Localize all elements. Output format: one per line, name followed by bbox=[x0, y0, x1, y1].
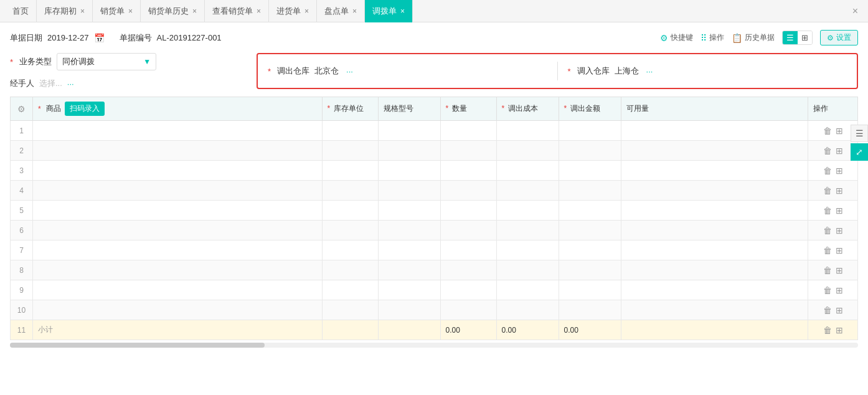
grid-view-button[interactable]: ⊞ bbox=[798, 31, 812, 44]
product-cell[interactable] bbox=[33, 161, 323, 181]
amount-cell[interactable] bbox=[559, 260, 621, 280]
qty-cell[interactable] bbox=[440, 300, 496, 320]
close-all-tabs-button[interactable]: × bbox=[847, 6, 863, 17]
cost-cell[interactable] bbox=[496, 181, 559, 201]
delete-icon[interactable]: 🗑 bbox=[823, 226, 832, 236]
delete-icon[interactable]: 🗑 bbox=[823, 325, 832, 335]
unit-cell[interactable] bbox=[322, 300, 378, 320]
qty-cell[interactable] bbox=[440, 240, 496, 260]
spec-cell[interactable] bbox=[378, 260, 440, 280]
cost-cell[interactable] bbox=[496, 260, 559, 280]
delete-icon[interactable]: 🗑 bbox=[823, 245, 832, 255]
amount-cell[interactable] bbox=[559, 280, 621, 300]
qty-cell[interactable] bbox=[440, 141, 496, 161]
unit-cell[interactable] bbox=[322, 141, 378, 161]
spec-cell[interactable] bbox=[378, 201, 440, 221]
copy-icon[interactable]: ⊞ bbox=[836, 226, 843, 236]
available-cell[interactable] bbox=[621, 121, 808, 141]
cost-cell[interactable] bbox=[496, 280, 559, 300]
amount-cell[interactable] bbox=[559, 181, 621, 201]
unit-cell[interactable] bbox=[322, 260, 378, 280]
amount-cell[interactable] bbox=[559, 300, 621, 320]
qty-cell[interactable] bbox=[440, 121, 496, 141]
available-cell[interactable] bbox=[621, 201, 808, 221]
cost-cell[interactable] bbox=[496, 221, 559, 240]
amount-cell[interactable] bbox=[559, 161, 621, 181]
unit-cell[interactable] bbox=[322, 161, 378, 181]
spec-cell[interactable] bbox=[378, 240, 440, 260]
available-cell[interactable] bbox=[621, 181, 808, 201]
close-sales-order-icon[interactable]: × bbox=[128, 7, 133, 16]
cost-cell[interactable] bbox=[496, 300, 559, 320]
delete-icon[interactable]: 🗑 bbox=[823, 186, 832, 196]
business-type-select[interactable]: 同价调拨 ▼ bbox=[57, 53, 247, 70]
product-cell[interactable] bbox=[33, 221, 323, 240]
qty-cell[interactable] bbox=[440, 161, 496, 181]
delete-icon[interactable]: 🗑 bbox=[823, 126, 832, 136]
qty-cell[interactable] bbox=[440, 181, 496, 201]
product-cell[interactable] bbox=[33, 240, 323, 260]
amount-cell[interactable] bbox=[559, 201, 621, 221]
cost-cell[interactable] bbox=[496, 161, 559, 181]
tab-inventory-count[interactable]: 盘点单 × bbox=[317, 0, 365, 22]
delete-icon[interactable]: 🗑 bbox=[823, 206, 832, 216]
available-cell[interactable] bbox=[621, 280, 808, 300]
qty-cell[interactable] bbox=[440, 201, 496, 221]
delete-icon[interactable]: 🗑 bbox=[823, 285, 832, 295]
th-settings[interactable]: ⚙ bbox=[11, 97, 33, 121]
product-cell[interactable] bbox=[33, 260, 323, 280]
copy-icon[interactable]: ⊞ bbox=[836, 166, 843, 176]
close-transfer-order-icon[interactable]: × bbox=[400, 7, 405, 16]
tab-purchase-order[interactable]: 进货单 × bbox=[269, 0, 317, 22]
tab-transfer-order[interactable]: 调拨单 × bbox=[365, 0, 413, 22]
copy-icon[interactable]: ⊞ bbox=[836, 146, 843, 156]
table-settings-icon[interactable]: ⚙ bbox=[17, 104, 26, 114]
delete-icon[interactable]: 🗑 bbox=[823, 146, 832, 156]
delete-icon[interactable]: 🗑 bbox=[823, 265, 832, 275]
copy-icon[interactable]: ⊞ bbox=[836, 265, 843, 275]
product-cell[interactable] bbox=[33, 201, 323, 221]
business-type-dropdown[interactable]: 同价调拨 ▼ bbox=[57, 53, 156, 70]
available-cell[interactable] bbox=[621, 240, 808, 260]
delete-icon[interactable]: 🗑 bbox=[823, 305, 832, 315]
settings-button[interactable]: ⚙ 设置 bbox=[820, 30, 858, 45]
tab-view-sales[interactable]: 查看销货单 × bbox=[205, 0, 269, 22]
copy-icon[interactable]: ⊞ bbox=[836, 325, 843, 335]
available-cell[interactable] bbox=[621, 300, 808, 320]
scan-input-button[interactable]: 扫码录入 bbox=[65, 102, 105, 116]
available-cell[interactable] bbox=[621, 141, 808, 161]
scrollbar-thumb[interactable] bbox=[10, 343, 265, 348]
copy-icon[interactable]: ⊞ bbox=[836, 245, 843, 255]
amount-cell[interactable] bbox=[559, 121, 621, 141]
spec-cell[interactable] bbox=[378, 181, 440, 201]
product-cell[interactable] bbox=[33, 280, 323, 300]
product-cell[interactable] bbox=[33, 300, 323, 320]
product-cell[interactable] bbox=[33, 141, 323, 161]
unit-cell[interactable] bbox=[322, 181, 378, 201]
spec-cell[interactable] bbox=[378, 221, 440, 240]
qty-cell[interactable] bbox=[440, 260, 496, 280]
unit-cell[interactable] bbox=[322, 240, 378, 260]
list-view-button[interactable]: ☰ bbox=[783, 31, 798, 44]
tab-sales-order[interactable]: 销货单 × bbox=[93, 0, 141, 22]
close-sales-history-icon[interactable]: × bbox=[192, 7, 197, 16]
handler-more-button[interactable]: ··· bbox=[65, 79, 77, 88]
product-cell[interactable] bbox=[33, 121, 323, 141]
spec-cell[interactable] bbox=[378, 141, 440, 161]
available-cell[interactable] bbox=[621, 260, 808, 280]
delete-icon[interactable]: 🗑 bbox=[823, 166, 832, 176]
operations-button[interactable]: ⠿ 操作 bbox=[701, 32, 724, 43]
cost-cell[interactable] bbox=[496, 201, 559, 221]
float-list-button[interactable]: ☰ bbox=[851, 125, 868, 142]
unit-cell[interactable] bbox=[322, 201, 378, 221]
history-button[interactable]: 📋 历史单据 bbox=[732, 32, 775, 43]
unit-cell[interactable] bbox=[322, 280, 378, 300]
amount-cell[interactable] bbox=[559, 221, 621, 240]
spec-cell[interactable] bbox=[378, 121, 440, 141]
cost-cell[interactable] bbox=[496, 240, 559, 260]
close-inventory-count-icon[interactable]: × bbox=[352, 7, 357, 16]
copy-icon[interactable]: ⊞ bbox=[836, 206, 843, 216]
available-cell[interactable] bbox=[621, 221, 808, 240]
cost-cell[interactable] bbox=[496, 121, 559, 141]
tab-inventory-init[interactable]: 库存期初 × bbox=[37, 0, 93, 22]
